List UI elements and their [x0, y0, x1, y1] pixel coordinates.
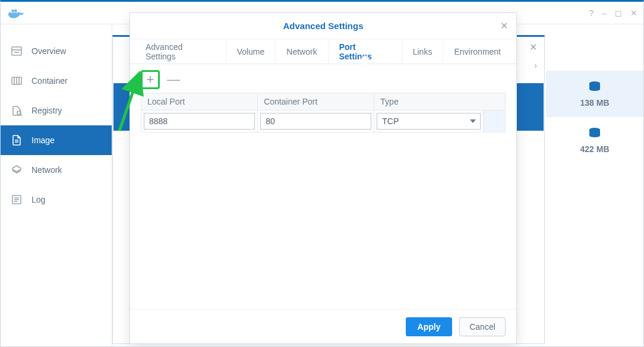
overview-icon	[10, 45, 23, 58]
image-size-cards: 138 MB 422 MB	[546, 71, 643, 163]
svg-line-14	[20, 114, 22, 116]
sidebar-item-network[interactable]: Network	[1, 155, 112, 185]
maximize-icon[interactable]: ◻	[615, 8, 622, 18]
sidebar-item-label: Overview	[31, 46, 66, 56]
minimize-icon[interactable]: –	[602, 8, 607, 18]
tab-links[interactable]: Links	[402, 39, 444, 64]
docker-app-window: ? – ◻ ✕ Overview Container Registry Imag…	[0, 0, 644, 347]
registry-icon	[10, 104, 23, 117]
sidebar-item-log[interactable]: Log	[1, 185, 112, 214]
docker-logo-icon	[7, 7, 26, 20]
sidebar-item-label: Log	[31, 195, 45, 204]
image-size: 422 MB	[580, 144, 609, 154]
col-container-port[interactable]: Container Port	[258, 93, 374, 111]
svg-rect-6	[12, 47, 21, 55]
add-port-button[interactable]: +	[141, 70, 160, 89]
image-card[interactable]: 422 MB	[546, 117, 643, 163]
plus-icon: +	[147, 73, 154, 86]
port-row	[141, 111, 506, 133]
dialog-title: Advanced Settings	[283, 21, 363, 31]
port-table: Local Port Container Port Type	[141, 93, 506, 133]
sidebar-item-container[interactable]: Container	[1, 66, 112, 96]
database-icon	[588, 81, 602, 96]
row-gutter	[484, 111, 506, 133]
type-select[interactable]	[377, 113, 481, 130]
sidebar-item-label: Registry	[31, 106, 62, 115]
dialog-body: + — Local Port Container Port Type	[130, 64, 516, 309]
sidebar-item-overview[interactable]: Overview	[1, 36, 112, 66]
sidebar-item-label: Image	[31, 135, 55, 145]
sidebar-item-image[interactable]: Image	[1, 125, 112, 155]
background-chevron-icon[interactable]: ›	[534, 61, 537, 70]
help-icon[interactable]: ?	[589, 8, 594, 18]
advanced-settings-dialog: Advanced Settings ✕ Advanced Settings Vo…	[130, 12, 517, 344]
svg-rect-4	[14, 10, 17, 12]
container-icon	[10, 74, 23, 87]
dialog-header: Advanced Settings ✕	[130, 13, 516, 39]
sidebar-item-label: Network	[31, 165, 62, 175]
tab-volume[interactable]: Volume	[226, 39, 276, 64]
type-select-value[interactable]	[377, 113, 481, 130]
dialog-close-icon[interactable]: ✕	[500, 20, 508, 31]
col-type[interactable]: Type	[374, 93, 506, 111]
log-icon	[10, 193, 23, 206]
background-close-icon[interactable]: ✕	[529, 42, 537, 53]
tab-environment[interactable]: Environment	[443, 39, 512, 64]
apply-button[interactable]: Apply	[406, 317, 452, 336]
close-window-icon[interactable]: ✕	[630, 8, 637, 18]
image-size: 138 MB	[580, 98, 609, 108]
dialog-tabs: Advanced Settings Volume Network Port Se…	[130, 39, 516, 64]
svg-rect-3	[12, 10, 14, 12]
sidebar-item-label: Container	[31, 76, 68, 86]
dialog-footer: Apply Cancel	[130, 309, 516, 343]
window-controls: ? – ◻ ✕	[589, 8, 637, 18]
image-card[interactable]: 138 MB	[546, 71, 643, 117]
database-icon	[588, 127, 602, 142]
port-toolbar: + —	[141, 70, 506, 89]
cancel-button[interactable]: Cancel	[459, 317, 506, 336]
tab-network[interactable]: Network	[276, 39, 328, 64]
tab-port-settings[interactable]: Port Settings	[329, 39, 402, 64]
sidebar-item-registry[interactable]: Registry	[1, 96, 112, 125]
remove-port-button[interactable]: —	[167, 73, 180, 86]
image-icon	[10, 134, 23, 147]
container-port-input[interactable]	[260, 113, 371, 130]
chevron-down-icon	[470, 119, 476, 123]
col-local-port[interactable]: Local Port	[141, 93, 258, 111]
port-table-header: Local Port Container Port Type	[141, 93, 506, 111]
tab-advanced-settings[interactable]: Advanced Settings	[135, 39, 226, 64]
local-port-input[interactable]	[144, 113, 255, 130]
sidebar: Overview Container Registry Image Networ…	[1, 24, 112, 346]
minus-icon: —	[167, 72, 180, 87]
network-icon	[10, 163, 23, 176]
